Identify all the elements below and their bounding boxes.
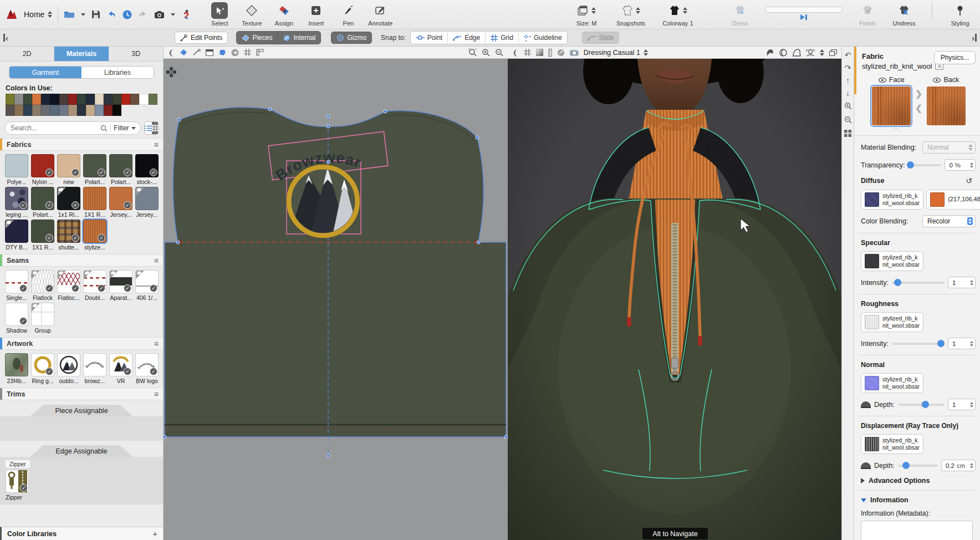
grid-floor-icon[interactable]: [524, 49, 531, 56]
seam-item[interactable]: ✓406 1/...: [135, 270, 159, 301]
artwork-thumbnail[interactable]: [57, 353, 80, 376]
fabric-item[interactable]: ✓Polart...: [30, 187, 55, 218]
zoom-out-icon[interactable]: [844, 116, 852, 125]
edit-points-button[interactable]: Edit Points: [175, 32, 228, 44]
fabric-swatch[interactable]: ✓: [109, 187, 132, 210]
physics-button[interactable]: Physics...: [934, 51, 976, 64]
snapshots-stepper[interactable]: [636, 7, 640, 14]
color-chip[interactable]: [77, 105, 86, 116]
seam-swatch[interactable]: ✓: [57, 270, 80, 293]
color-chip[interactable]: [86, 94, 95, 105]
seams-menu-icon[interactable]: ≡: [154, 256, 159, 265]
tab-materials[interactable]: Materials: [54, 47, 109, 61]
color-chip[interactable]: [121, 94, 130, 105]
grid-view-button[interactable]: [152, 122, 159, 134]
zipper-thumbnail[interactable]: ✓: [6, 470, 29, 493]
view-2d[interactable]: ❨: [164, 47, 508, 540]
color-chip[interactable]: [32, 94, 41, 105]
fabrics-menu-icon[interactable]: ≡: [154, 140, 159, 149]
color-chip[interactable]: [50, 94, 59, 105]
orbit-right-icon[interactable]: ↷: [845, 64, 851, 72]
color-chip[interactable]: [139, 94, 148, 105]
add-color-library-button[interactable]: +: [152, 529, 157, 538]
artwork-thumbnail[interactable]: [5, 353, 28, 376]
fabric-swatch[interactable]: ✓: [135, 154, 159, 177]
fabric-item[interactable]: ✓shutte...: [57, 220, 81, 251]
pose-avatar-icon[interactable]: [181, 9, 191, 19]
trims-section-header[interactable]: Trims ≡: [0, 388, 163, 400]
fabrics-section-header[interactable]: Fabrics ≡: [0, 138, 163, 151]
color-chip[interactable]: [68, 105, 77, 116]
fabric-item-selected[interactable]: ✓stylize...: [83, 220, 107, 251]
fabric-swatch[interactable]: ✓: [83, 220, 106, 243]
collapse-left-icon[interactable]: ‹: [3, 33, 8, 43]
diffuse-map-card[interactable]: stylized_rib_knit_wool.sbsar: [861, 190, 923, 210]
avatar-face-icon[interactable]: [792, 49, 801, 57]
color-libraries-header[interactable]: Color Libraries +: [0, 527, 163, 540]
seam-item[interactable]: ✓Doubl...: [83, 270, 107, 301]
color-chip[interactable]: [149, 94, 157, 105]
color-chip[interactable]: [59, 94, 68, 105]
tab-garment[interactable]: Garment: [9, 67, 81, 78]
information-toggle[interactable]: Information: [861, 496, 976, 504]
skip-to-end-icon[interactable]: [800, 14, 807, 20]
scene-selector[interactable]: Dressing Casual 1: [584, 49, 648, 57]
panel-collapse-icon[interactable]: ❨: [512, 48, 519, 57]
normal-map-card[interactable]: stylized_rib_knit_wool.sbsar: [861, 373, 923, 393]
fabric-swatch[interactable]: ✓: [57, 154, 80, 177]
copy-to-face-icon[interactable]: ❮: [915, 103, 922, 113]
metadata-textarea[interactable]: [861, 521, 973, 540]
insert-tool[interactable]: Insert: [302, 2, 330, 27]
back-texture-thumbnail[interactable]: [927, 86, 966, 125]
fabric-item[interactable]: ✓new: [57, 154, 81, 185]
fabric-item[interactable]: ✓Polart...: [83, 154, 107, 185]
size-control[interactable]: Size: M: [569, 2, 604, 27]
filter-dropdown[interactable]: Filter: [114, 124, 136, 132]
color-chip[interactable]: [113, 105, 121, 116]
fabric-item[interactable]: Polye...: [4, 154, 29, 185]
artwork-thumbnail[interactable]: ✓: [31, 353, 54, 376]
color-chip[interactable]: [113, 94, 121, 105]
color-chip[interactable]: [6, 105, 14, 116]
zoom-in-icon[interactable]: [844, 102, 852, 111]
texture-tool[interactable]: Texture: [237, 2, 266, 27]
internal-toggle[interactable]: Internal: [277, 32, 320, 44]
measure-icon[interactable]: [548, 49, 552, 57]
collapse-right-icon[interactable]: ›: [972, 33, 977, 43]
fabric-item[interactable]: Jersey...: [135, 187, 159, 218]
normal-depth-slider[interactable]: [898, 401, 945, 409]
ruler-icon[interactable]: [256, 49, 264, 56]
color-chip[interactable]: [6, 94, 14, 105]
camera-chevron-icon[interactable]: [171, 13, 175, 16]
avatar-pose-icon[interactable]: [806, 49, 815, 57]
fit-view-icon[interactable]: [844, 130, 851, 138]
color-chip[interactable]: [14, 94, 23, 105]
seam-swatch[interactable]: ✓: [83, 270, 106, 293]
color-chip[interactable]: [95, 105, 104, 116]
assign-tool[interactable]: Assign: [269, 2, 298, 27]
transparency-slider[interactable]: [908, 161, 941, 169]
color-blending-select[interactable]: Recolor: [922, 215, 976, 227]
artwork-item[interactable]: browzwearbrowz...: [83, 353, 107, 384]
avatar-hair-style-icon[interactable]: [765, 49, 774, 57]
color-chip[interactable]: [77, 94, 86, 105]
history-icon[interactable]: [122, 10, 132, 19]
list-view-button[interactable]: [145, 122, 152, 134]
color-chip[interactable]: [23, 94, 32, 105]
seam-item[interactable]: ✓Shadow: [4, 303, 29, 334]
diffuse-color-card[interactable]: (217,106,48): [926, 190, 980, 210]
color-blending-stepper[interactable]: [967, 217, 973, 225]
search-box[interactable]: Filter: [4, 121, 141, 135]
annotate-3d-icon[interactable]: [557, 49, 565, 57]
grid-toggle-icon[interactable]: [244, 49, 251, 56]
view-3d[interactable]: ❨ Dressing Casual 1: [508, 47, 841, 540]
seam-swatch[interactable]: ✓: [31, 270, 54, 293]
seam-swatch[interactable]: [31, 303, 54, 326]
pattern-canvas-2d[interactable]: Browzwear: [164, 59, 508, 540]
color-chip[interactable]: [59, 105, 68, 116]
fabric-swatch[interactable]: [5, 154, 28, 177]
snap-point-toggle[interactable]: Point: [411, 32, 447, 44]
back-visibility-icon[interactable]: [933, 78, 941, 83]
tab-3d[interactable]: 3D: [109, 47, 163, 61]
normal-depth-input[interactable]: 1: [948, 399, 976, 410]
